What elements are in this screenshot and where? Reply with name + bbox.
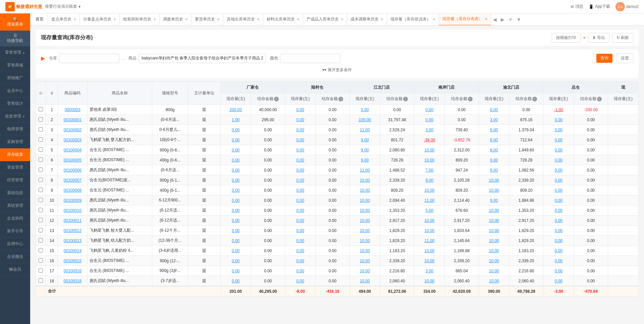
row-wh1-stock[interactable]: 1.00 xyxy=(220,115,251,125)
row-total-stock[interactable]: 0.00 xyxy=(543,145,574,155)
row-wh4-stock[interactable]: 10.00 xyxy=(414,185,445,195)
row-wh5-stock[interactable]: 10.00 xyxy=(479,246,509,256)
row-wh3-stock[interactable]: 10.00 xyxy=(350,236,380,246)
sidebar-item-collab[interactable]: 企业协同 xyxy=(0,212,30,225)
row-wh2-stock[interactable]: 0.00 xyxy=(285,185,316,195)
row-wh4-stock[interactable]: 5.00 xyxy=(414,205,445,216)
row-check[interactable] xyxy=(36,266,46,276)
row-check[interactable] xyxy=(36,175,46,185)
row-wh2-stock[interactable]: 0.00 xyxy=(285,175,316,185)
row-total-stock[interactable]: 0.00 xyxy=(543,155,574,165)
row-total-stock[interactable]: 0.00 xyxy=(543,195,574,205)
row-wh1-stock[interactable]: 0.00 xyxy=(220,246,251,256)
row-code[interactable]: 00100012 xyxy=(58,226,88,236)
row-wh2-stock[interactable]: 0.00 xyxy=(285,236,316,246)
row-code[interactable]: 00100004 xyxy=(58,145,88,155)
row-wh4-stock[interactable]: 3.00 xyxy=(414,125,445,135)
info-icon[interactable]: i xyxy=(403,97,408,101)
row-wh5-stock[interactable]: 0.00 xyxy=(479,105,509,115)
row-wh3-stock[interactable]: 10.00 xyxy=(350,195,380,205)
tab-other-out[interactable]: 其他出库单历史 ✕ xyxy=(223,13,263,26)
print-dropdown-icon[interactable]: ▾ xyxy=(583,36,585,40)
expand-more-btn[interactable]: ▾▾ 展开更多条件 xyxy=(41,66,633,74)
tab-prev-btn[interactable]: ◀ xyxy=(491,17,499,22)
row-wh2-stock[interactable]: 0.00 xyxy=(285,246,316,256)
tab-stock-history[interactable]: 盘点单历史 ✕ xyxy=(48,13,80,26)
info-icon[interactable]: i xyxy=(532,97,537,101)
row-check[interactable] xyxy=(36,236,46,246)
row-wh1-stock[interactable]: 0.00 xyxy=(220,266,251,276)
close-icon[interactable]: ✕ xyxy=(153,17,156,21)
row-total-stock[interactable]: 0.00 xyxy=(543,226,574,236)
row-wh2-stock[interactable]: 0.00 xyxy=(285,165,316,175)
row-total-stock[interactable]: 0.00 xyxy=(543,165,574,175)
row-wh3-stock[interactable]: 9.00 xyxy=(350,155,380,165)
row-wh5-stock[interactable]: 10.00 xyxy=(479,226,509,236)
row-wh2-stock[interactable]: 0.00 xyxy=(285,226,316,236)
row-wh4-stock[interactable]: 10.00 xyxy=(414,276,445,286)
row-wh2-stock[interactable]: 0.00 xyxy=(285,195,316,205)
tab-stock-status[interactable]: 现存量（库存状况表） ✕ xyxy=(387,13,439,26)
row-check[interactable] xyxy=(36,246,46,256)
row-wh5-stock[interactable]: 10.00 xyxy=(479,175,509,185)
row-check[interactable] xyxy=(36,226,46,236)
row-wh1-stock[interactable]: 0.00 xyxy=(220,195,251,205)
row-check[interactable] xyxy=(36,115,46,125)
info-icon[interactable]: i xyxy=(468,97,473,101)
row-wh3-stock[interactable]: 9.00 xyxy=(350,145,380,155)
row-wh5-stock[interactable]: 10.00 xyxy=(479,216,509,226)
row-check[interactable] xyxy=(36,256,46,266)
row-check[interactable] xyxy=(36,125,46,135)
row-check[interactable] xyxy=(36,145,46,155)
row-code[interactable]: 00100001 xyxy=(58,115,88,125)
sidebar-item-operations[interactable]: 经营管理 xyxy=(0,174,30,187)
tab-stock-dist[interactable]: 现存量（库存分布表） ✕ xyxy=(439,13,491,26)
close-icon[interactable]: ✕ xyxy=(185,17,188,21)
row-wh1-stock[interactable]: 0.00 xyxy=(220,125,251,135)
row-code[interactable]: 00100018 xyxy=(58,276,88,286)
sidebar-item-wechat[interactable]: 企业微信 xyxy=(0,250,30,263)
row-total-stock[interactable]: 0.00 xyxy=(543,115,574,125)
row-wh3-stock[interactable]: 10.00 xyxy=(350,256,380,266)
row-code[interactable]: 00100010 xyxy=(58,205,88,216)
row-check[interactable] xyxy=(36,195,46,205)
sidebar-item-finance[interactable]: 资金管理 xyxy=(0,161,30,174)
row-wh3-stock[interactable]: 11.00 xyxy=(350,165,380,175)
tab-cost-adjust[interactable]: 成本调整单历史 ✕ xyxy=(347,13,387,26)
close-icon[interactable]: ✕ xyxy=(73,17,76,21)
row-wh4-stock[interactable]: 10.00 xyxy=(414,226,445,236)
row-wh4-stock[interactable]: 0.00 xyxy=(414,115,445,125)
row-total-stock[interactable]: 0.00 xyxy=(543,205,574,216)
close-icon[interactable]: ✕ xyxy=(257,17,260,21)
row-wh3-stock[interactable]: 10.00 xyxy=(350,246,380,256)
row-wh2-stock[interactable]: 0.00 xyxy=(285,135,316,145)
row-wh4-stock[interactable]: 10.00 xyxy=(414,145,445,155)
row-wh4-stock[interactable]: 10.00 xyxy=(414,246,445,256)
sidebar-nav[interactable]: ☰ 快捷导航 xyxy=(0,31,30,46)
tab-partial-stock[interactable]: 分量盘点单历史 ✕ xyxy=(80,13,120,26)
row-total-stock[interactable]: 0.00 xyxy=(543,216,574,226)
row-code[interactable]: 00100003 xyxy=(58,135,88,145)
row-wh4-stock[interactable]: 3.00 xyxy=(414,266,445,276)
row-check[interactable] xyxy=(36,155,46,165)
row-check[interactable] xyxy=(36,205,46,216)
warehouse-input[interactable] xyxy=(59,54,119,63)
tab-order[interactable]: 要货单历史 ✕ xyxy=(192,13,223,26)
row-total-stock[interactable]: 0.00 xyxy=(543,135,574,145)
row-wh5-stock[interactable]: 6.00 xyxy=(479,125,509,135)
sidebar-item-purchase[interactable]: 采购管理 xyxy=(0,136,30,148)
info-icon[interactable]: i xyxy=(274,97,279,101)
sidebar-item-guide[interactable]: 新手引导 xyxy=(0,225,30,238)
row-wh3-stock[interactable]: 10.00 xyxy=(350,216,380,226)
sidebar-item-ecommerce[interactable]: 电商管理 xyxy=(0,123,30,136)
row-wh3-stock[interactable]: 109.00 xyxy=(350,115,380,125)
tab-material-out[interactable]: 材料出库单历史 ✕ xyxy=(263,13,303,26)
print-button[interactable]: 按模板打印 xyxy=(552,33,581,43)
sidebar-item-member2[interactable]: 畅会员 xyxy=(0,263,30,276)
row-wh4-stock[interactable]: -39.00 xyxy=(414,135,445,145)
row-total-stock[interactable]: 0.00 xyxy=(543,175,574,185)
row-check[interactable] xyxy=(36,165,46,175)
row-wh4-stock[interactable]: 7.00 xyxy=(414,165,445,175)
tab-close-all-btn[interactable]: ✕ xyxy=(506,17,515,22)
row-wh5-stock[interactable]: 8.00 xyxy=(479,145,509,155)
